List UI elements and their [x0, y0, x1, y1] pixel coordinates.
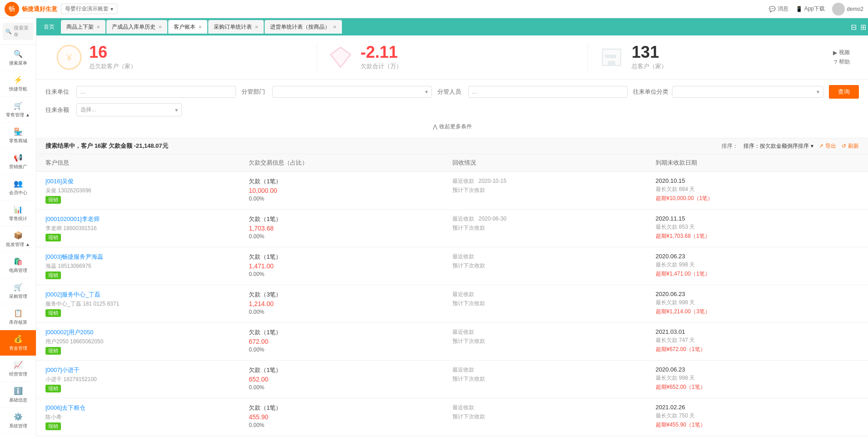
tab-label: 产成品入库单历史: [112, 23, 156, 31]
table-row: [0006]去下粮仓 陈小希 现销 欠款（1笔） 455.90 0.00% 最近…: [36, 398, 868, 436]
sidebar-item-quick-nav[interactable]: ⚡快捷导航: [0, 71, 36, 97]
recovery-cell-3: 最近收款 预计下次收款: [452, 291, 656, 317]
due-cell-6: 2021.02.26 最长欠款 750 天 超期¥455.90（1笔）: [656, 404, 859, 430]
user-avatar-btn[interactable]: demo2: [832, 3, 863, 15]
debt-amount-5[interactable]: 652.00: [249, 376, 452, 383]
table-row: [000002]用户2050 用户2050 18665062050 现销 欠款（…: [36, 323, 868, 361]
due-cell-3: 2020.06.23 最长欠款 998 天 超期¥1,214.00（3笔）: [656, 291, 859, 317]
customer-info-3: 服务中心_丁磊 181 0125 8371: [45, 300, 249, 308]
tab-close-icon[interactable]: ✕: [333, 25, 336, 30]
sidebar-item-ecommerce[interactable]: 🛍️电商管理: [0, 252, 36, 278]
customer-name-6[interactable]: [0006]去下粮仓: [45, 404, 249, 412]
tab-close-icon[interactable]: ✕: [96, 25, 100, 30]
sidebar-search[interactable]: 🔍 搜索菜单: [0, 18, 36, 45]
purchase-mgmt-icon: 🛒: [14, 283, 23, 291]
recovery-label-5: 最近收款: [452, 366, 656, 374]
sidebar-item-inventory[interactable]: 📋库存核算: [0, 304, 36, 330]
main-content: 首页商品上下架✕产成品入库单历史✕客户账本✕采购订单统计表✕进货单统计表（按商品…: [36, 18, 868, 437]
tab-product-history[interactable]: 产成品入库单历史✕: [106, 20, 167, 34]
tab-close-icon[interactable]: ✕: [198, 25, 202, 30]
sidebar-item-basic-info[interactable]: ℹ️基础信息: [0, 382, 36, 408]
refresh-btn[interactable]: ↺ 刷新: [842, 142, 859, 150]
tab-customer-account[interactable]: 客户账本✕: [168, 20, 207, 34]
debt-amount-1[interactable]: 1,703.68: [249, 225, 452, 232]
sidebar-item-retail-mall[interactable]: 🏪零售商城: [0, 123, 36, 149]
search-icon: 🔍: [5, 29, 12, 35]
overdue-link-3[interactable]: 超期¥1,214.00（3笔）: [656, 308, 859, 316]
dept-input[interactable]: ▾: [272, 86, 432, 98]
sidebar-item-search[interactable]: 🔍搜索菜单: [0, 45, 36, 71]
overdue-link-6[interactable]: 超期¥455.90（1笔）: [656, 421, 859, 429]
overdue-link-0[interactable]: 超期¥10,000.00（1笔）: [656, 195, 859, 202]
sidebar-item-capital[interactable]: 💰资金管理: [0, 330, 36, 356]
recovery-cell-2: 最近收款 预计下次收款: [452, 253, 656, 279]
status-badge-6: 现销: [45, 422, 61, 430]
table-row: [0016]吴俊 吴俊 13026203696 现销 欠款（1笔） 10,000…: [36, 172, 868, 210]
debt-percent-0: 0.00%: [249, 196, 452, 202]
tab-purchase-order[interactable]: 采购订单统计表✕: [208, 20, 264, 34]
tab-product-shelf[interactable]: 商品上下架✕: [61, 20, 105, 34]
collapse-btn[interactable]: ⋀ 收起更多条件: [45, 121, 859, 132]
svg-marker-4: [331, 47, 351, 67]
customer-name-0[interactable]: [0016]吴俊: [45, 177, 249, 186]
due-date-0: 2020.10.15: [656, 177, 859, 184]
debt-amount-3[interactable]: 1,214.00: [249, 300, 452, 307]
customer-cell-1: [0001020001]李老师 李老师 18600391516 现销: [45, 215, 249, 241]
help-btn[interactable]: ? 帮助: [834, 58, 850, 66]
debt-amount-0[interactable]: 10,000.00: [249, 187, 452, 194]
app-download-btn[interactable]: 📱 App下载: [796, 5, 825, 13]
overdue-link-1[interactable]: 超期¥1,703.68（1笔）: [656, 232, 859, 240]
customer-name-4[interactable]: [000002]用户2050: [45, 328, 249, 337]
view-btn[interactable]: ▶ 视频: [833, 49, 850, 56]
manager-input[interactable]: ...: [468, 86, 628, 98]
message-btn[interactable]: 💬 消息: [769, 5, 788, 13]
svg-text:¥: ¥: [66, 52, 72, 63]
filter-department: 分管部门 ▾: [241, 86, 432, 98]
sidebar-item-retail-mgmt[interactable]: 🛒零售管理 ▲: [0, 97, 36, 123]
debt-amount-2[interactable]: 1,471.00: [249, 262, 452, 270]
sidebar-item-system[interactable]: ⚙️系统管理: [0, 408, 36, 434]
overdue-link-2[interactable]: 超期¥1,471.00（1笔）: [656, 270, 859, 278]
brand-name: 畅捷通好生意: [22, 5, 57, 13]
sidebar-item-marketing[interactable]: 📢营销推广: [0, 149, 36, 175]
search-button[interactable]: 查询: [829, 85, 859, 99]
results-bar: 搜索结果中，客户 16家 欠款金额 -21,148.07元 排序： 排序：按欠款…: [36, 138, 868, 154]
quick-nav-icon: ⚡: [14, 75, 23, 84]
sort-select[interactable]: 排序：按欠款金额倒序排序 ▾: [743, 142, 813, 150]
tab-import-stats[interactable]: 进货单统计表（按商品）✕: [265, 20, 342, 34]
filter-manager: 分管人员 ...: [437, 86, 628, 98]
sidebar-item-member-center[interactable]: 👥会员中心: [0, 175, 36, 201]
debt-amount-6[interactable]: 455.90: [249, 413, 452, 421]
unit-cat-input[interactable]: ▾: [672, 86, 823, 98]
window-expand-btn[interactable]: ⊞: [860, 23, 866, 31]
sidebar-item-purchase-mgmt[interactable]: 🛒采购管理: [0, 278, 36, 304]
industry-selector[interactable]: 母婴行业演示账套 ▾: [61, 4, 117, 14]
stat-value-debtors: 16: [89, 44, 136, 60]
customer-name-1[interactable]: [0001020001]李老师: [45, 215, 249, 223]
customer-name-5[interactable]: [0007]小进干: [45, 366, 249, 374]
tab-close-icon[interactable]: ✕: [158, 25, 162, 30]
search-menu-box[interactable]: 🔍 搜索菜单: [3, 23, 33, 40]
sidebar-item-batch-mgmt[interactable]: 📦批发管理 ▲: [0, 226, 36, 252]
sidebar-item-enterprise[interactable]: 🏢企业协同: [0, 434, 36, 437]
debt-cell-6: 欠款（1笔） 455.90 0.00%: [249, 404, 452, 430]
window-minimize-btn[interactable]: ⊟: [851, 23, 857, 31]
overdue-link-4[interactable]: 超期¥672.00（1笔）: [656, 346, 859, 353]
customer-cell-3: [0002]服务中心_丁磊 服务中心_丁磊 181 0125 8371 现销: [45, 291, 249, 317]
source-unit-input[interactable]: ...: [76, 86, 236, 98]
export-btn[interactable]: ↗ 导出: [819, 142, 836, 150]
svg-rect-9: [608, 61, 615, 65]
tab-close-icon[interactable]: ✕: [255, 25, 258, 30]
sidebar-item-retail-stats[interactable]: 📊零售统计: [0, 201, 36, 226]
customer-info-4: 用户2050 18665062050: [45, 338, 249, 346]
stats-row: ¥ 16 总欠款客户（家） -2.11 欠款合计（万）: [36, 35, 868, 80]
debt-amount-4[interactable]: 672.00: [249, 338, 452, 345]
remain-input[interactable]: 选择... ▾: [76, 103, 182, 116]
customer-name-2[interactable]: [0003]畅捷服务尹海蕊: [45, 253, 249, 261]
customer-name-3[interactable]: [0002]服务中心_丁磊: [45, 291, 249, 299]
filter-label-cat: 往来单位分类: [633, 88, 668, 96]
sidebar-item-operation[interactable]: 📈经营管理: [0, 356, 36, 382]
tab-home[interactable]: 首页: [38, 20, 60, 34]
overdue-link-5[interactable]: 超期¥652.00（1笔）: [656, 383, 859, 391]
recovery-next-3: 预计下次收款: [452, 300, 656, 307]
